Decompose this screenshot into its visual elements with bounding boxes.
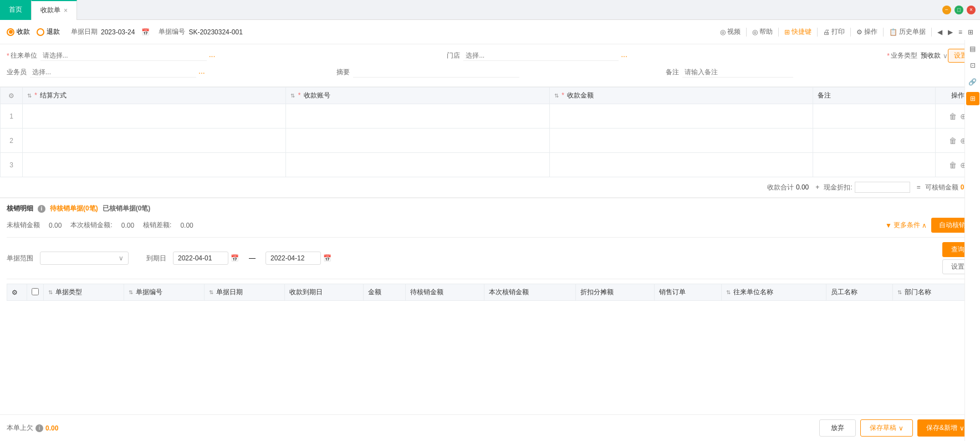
table-header-row: ⚙ ⇅ * 结算方式 ⇅ * 收款账号 ⇅ * 收款 — [1, 88, 980, 104]
video-btn[interactable]: ◎ 视频 — [720, 27, 741, 37]
due-date-label: 到期日 — [146, 254, 166, 263]
row3-account[interactable] — [286, 153, 549, 177]
staff-more-btn[interactable]: ··· — [198, 68, 205, 77]
print-btn[interactable]: 🖨 打印 — [823, 27, 845, 37]
toolbar: 收款 退款 单据日期 2023-03-24 📅 单据编号 SK-20230324… — [0, 20, 980, 44]
row3-delete-icon[interactable]: 🗑 — [949, 161, 957, 170]
filter-icon: ▼ — [885, 222, 892, 229]
info-icon-footer[interactable]: i — [35, 424, 43, 432]
from-unit-input[interactable] — [40, 50, 207, 61]
date-from-input[interactable] — [173, 252, 228, 265]
radio-tuikuan[interactable]: 退款 — [37, 27, 60, 37]
main-table: ⚙ ⇅ * 结算方式 ⇅ * 收款账号 ⇅ * 收款 — [0, 87, 980, 177]
discard-button[interactable]: 放弃 — [819, 419, 856, 437]
divider6 — [931, 28, 932, 37]
save-draft-button[interactable]: 保存草稿 ∨ — [860, 419, 913, 437]
summary-field: 摘要 — [336, 67, 644, 78]
close-button[interactable]: × — [967, 6, 976, 14]
doc-icon: ⊡ — [970, 61, 976, 69]
table-icon: ▤ — [969, 45, 976, 53]
divider5 — [883, 28, 884, 37]
minimize-button[interactable]: − — [942, 6, 951, 14]
divider3 — [817, 28, 818, 37]
maximize-button[interactable]: □ — [955, 6, 963, 14]
operation-icon: ⚙ — [856, 28, 862, 36]
row2-remark[interactable] — [813, 129, 936, 153]
history-btn[interactable]: 📋 历史单据 — [889, 27, 926, 37]
hexiao-title-row: 核销明细 i 待核销单据(0笔) 已核销单据(0笔) — [7, 204, 973, 213]
date-to-input[interactable] — [266, 252, 321, 265]
side-icon-table[interactable]: ▤ — [966, 42, 979, 55]
nav-prev-btn[interactable]: ◀ — [937, 28, 942, 36]
table-row: 3 🗑 ⊕ — [1, 153, 980, 177]
col-settle-header: ⇅ * 结算方式 — [23, 88, 286, 104]
store-more-btn[interactable]: ··· — [621, 52, 627, 60]
pending-link[interactable]: 待核销单据(0笔) — [50, 204, 98, 213]
row1-account[interactable] — [286, 104, 549, 129]
more-filter-btn[interactable]: ▼ 更多条件 ∧ — [885, 221, 927, 230]
radio-shoukuan[interactable]: 收款 — [7, 27, 30, 37]
discount-input[interactable] — [855, 182, 910, 193]
operation-btn[interactable]: ⚙ 操作 — [856, 27, 877, 37]
row3-remark[interactable] — [813, 153, 936, 177]
tab-shoukuan[interactable]: 收款单 × — [31, 0, 77, 20]
col-amount-header: ⇅ * 收款金额 — [549, 88, 813, 104]
row1-amount[interactable] — [549, 104, 813, 129]
remark-input[interactable] — [682, 67, 793, 78]
summary-input[interactable] — [353, 67, 519, 78]
hexiao-info-icon[interactable]: i — [38, 205, 45, 213]
total-label: 收款合计 — [767, 183, 794, 192]
calendar-icon[interactable]: 📅 — [141, 28, 150, 36]
row1-settle[interactable] — [23, 104, 286, 129]
menu-icon-btn[interactable]: ≡ — [958, 28, 962, 36]
row3-settle[interactable] — [23, 153, 286, 177]
from-unit-more-btn[interactable]: ··· — [209, 52, 216, 60]
bt-select-all-checkbox[interactable] — [32, 288, 39, 295]
store-field: 门店 ··· — [447, 50, 865, 61]
filter-range-select[interactable]: ∨ — [40, 252, 129, 265]
save-draft-chevron: ∨ — [899, 424, 904, 432]
row2-settle[interactable] — [23, 129, 286, 153]
gear-icon[interactable]: ⚙ — [8, 92, 14, 100]
bt-col-staff-header: 员工名称 — [826, 284, 892, 301]
from-unit-label: 往来单位 — [11, 51, 37, 60]
shortcut-btn[interactable]: ⊞ 快捷键 — [784, 27, 811, 37]
calendar-from-icon[interactable]: 📅 — [231, 254, 239, 262]
side-icon-doc[interactable]: ⊡ — [966, 59, 979, 72]
print-icon: 🖨 — [823, 28, 830, 36]
row2-amount[interactable] — [549, 129, 813, 153]
table-row: 2 🗑 ⊕ — [1, 129, 980, 153]
tab-home[interactable]: 首页 — [0, 0, 31, 20]
bt-col-date-header: ⇅ 单据日期 — [204, 284, 284, 301]
row3-amount[interactable] — [549, 153, 813, 177]
nav-next-btn[interactable]: ▶ — [948, 28, 953, 36]
bt-gear-icon[interactable]: ⚙ — [12, 289, 18, 296]
row2-delete-icon[interactable]: 🗑 — [949, 136, 957, 145]
bt-col-gear[interactable]: ⚙ — [7, 284, 27, 301]
row1-delete-icon[interactable]: 🗑 — [949, 112, 957, 121]
calendar-to-icon[interactable]: 📅 — [323, 254, 331, 262]
staff-field: 业务员 ··· — [7, 67, 314, 78]
shortcut-label: 快捷键 — [792, 27, 811, 37]
side-icon-expand[interactable]: ⊞ — [966, 92, 979, 105]
row2-account[interactable] — [286, 129, 549, 153]
plus-sign: + — [815, 183, 819, 191]
video-icon: ◎ — [720, 28, 726, 36]
biz-type-select[interactable]: 预收款 ∨ — [921, 51, 948, 60]
row1-remark[interactable] — [813, 104, 936, 129]
side-icon-link[interactable]: 🔗 — [966, 75, 979, 89]
divider2 — [778, 28, 779, 37]
main-content: 收款 退款 单据日期 2023-03-24 📅 单据编号 SK-20230324… — [0, 20, 980, 441]
staff-input[interactable] — [30, 67, 196, 78]
help-btn[interactable]: ◎ 帮助 — [752, 27, 773, 37]
store-input[interactable] — [463, 50, 619, 61]
col-gear[interactable]: ⚙ — [1, 88, 23, 104]
bottom-table-header: ⚙ ⇅ 单据类型 ⇅ 单据编号 — [7, 284, 973, 301]
expand-icon-btn[interactable]: ⊞ — [968, 28, 973, 36]
nav-next-icon: ▶ — [948, 28, 953, 36]
diff-label: 核销差额: — [143, 221, 171, 230]
tab-close-icon[interactable]: × — [64, 7, 68, 14]
done-link[interactable]: 已核销单据(0笔) — [103, 204, 151, 213]
operation-label: 操作 — [864, 27, 877, 37]
sum-row: 收款合计 0.00 + 现金折扣: = 可核销金额 0.00 — [0, 177, 980, 198]
